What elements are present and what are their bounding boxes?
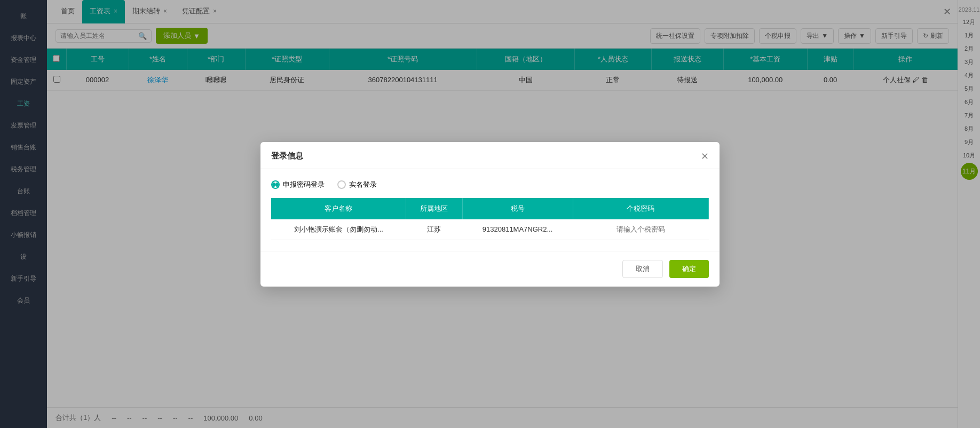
radio-realname-login[interactable]: 实名登录	[337, 180, 377, 189]
modal-row-password-input[interactable]	[573, 219, 708, 240]
modal-dialog: 登录信息 ✕ 申报密码登录 实名登录	[260, 142, 720, 287]
modal-table-header: 客户名称 所属地区 税号 个税密码	[271, 198, 709, 219]
modal-row-region: 江苏	[406, 219, 462, 240]
radio-realname-label: 实名登录	[349, 180, 377, 189]
radio-realname-circle	[337, 180, 346, 189]
modal-table-row: 刘小艳演示账套（勿删勿动... 江苏 91320811MA7NGR2...	[271, 219, 709, 240]
modal-close-button[interactable]: ✕	[701, 150, 709, 162]
modal-col-taxid: 税号	[462, 198, 573, 219]
modal-row-name: 刘小艳演示账套（勿删勿动...	[271, 219, 406, 240]
confirm-button[interactable]: 确定	[669, 260, 709, 278]
radio-password-circle	[271, 180, 280, 189]
modal-body: 申报密码登录 实名登录 客户名称 所属地区 税号 个税密码	[260, 169, 720, 251]
radio-password-label: 申报密码登录	[283, 180, 325, 189]
modal-col-name: 客户名称	[271, 198, 406, 219]
modal-col-password: 个税密码	[573, 198, 708, 219]
modal-overlay: 登录信息 ✕ 申报密码登录 实名登录	[0, 0, 980, 428]
modal-title: 登录信息	[271, 151, 303, 161]
modal-table: 客户名称 所属地区 税号 个税密码 刘小艳演示账套（勿删勿动... 江苏 913…	[271, 198, 709, 240]
modal-row-taxid: 91320811MA7NGR2...	[462, 219, 573, 240]
radio-password-dot	[272, 183, 275, 187]
modal-header: 登录信息 ✕	[260, 142, 720, 169]
radio-password-login[interactable]: 申报密码登录	[271, 180, 325, 189]
radio-group: 申报密码登录 实名登录	[271, 180, 709, 189]
app-layout: 账 报表中心 资金管理 固定资产 工资 发票管理 销售台账 税务管理 台账 档档…	[0, 0, 980, 428]
tax-password-field[interactable]	[580, 225, 701, 233]
cancel-button[interactable]: 取消	[622, 260, 663, 278]
modal-col-region: 所属地区	[406, 198, 462, 219]
modal-footer: 取消 确定	[260, 251, 720, 287]
